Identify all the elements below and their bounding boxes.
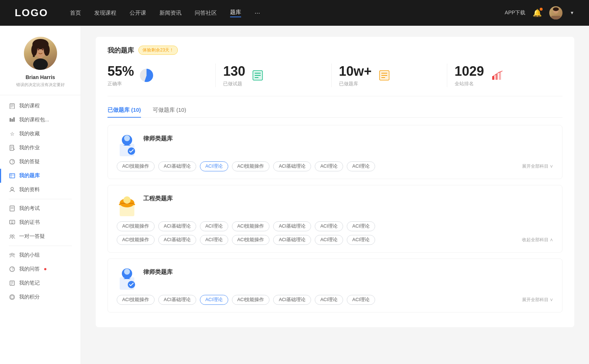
tag-2-3[interactable]: ACI理论 (200, 221, 228, 231)
tag-2-r2-4[interactable]: ACI技能操作 (232, 235, 270, 245)
svg-rect-25 (10, 174, 15, 178)
svg-rect-61 (499, 72, 501, 80)
navbar-right: APP下载 🔔 ▼ (505, 6, 574, 19)
tag-2-r2-2[interactable]: ACI基础理论 (158, 235, 196, 245)
avatar-chevron-icon[interactable]: ▼ (570, 10, 574, 15)
svg-point-28 (11, 188, 14, 190)
sidebar-item-my-favorites[interactable]: ☆ 我的收藏 (0, 127, 81, 141)
notification-dot (540, 8, 543, 11)
tag-3-7[interactable]: ACI理论 (347, 295, 375, 305)
svg-rect-1 (551, 16, 561, 19)
tag-2-r2-1[interactable]: ACI技能操作 (117, 235, 155, 245)
tabs: 已做题库 (10) 可做题库 (10) (107, 107, 562, 118)
tag-3-4[interactable]: ACI技能操作 (232, 295, 270, 305)
tag-1-5[interactable]: ACI基础理论 (273, 161, 311, 171)
sidebar-divider-2 (9, 246, 72, 246)
sidebar-item-label: 我的笔记 (19, 280, 40, 286)
nav-news[interactable]: 新闻资讯 (159, 10, 181, 17)
tag-2-5[interactable]: ACI基础理论 (273, 221, 311, 231)
tag-3-3[interactable]: ACI理论 (200, 295, 228, 305)
sidebar-item-my-notes[interactable]: 我的笔记 (0, 276, 81, 290)
sidebar-item-my-group[interactable]: 我的小组 (0, 248, 81, 262)
exams-icon (9, 205, 15, 212)
sidebar-item-my-profile[interactable]: 我的资料 (0, 183, 81, 197)
tag-3-1[interactable]: ACI技能操作 (117, 295, 155, 305)
tag-2-r2-6[interactable]: ACI理论 (315, 235, 343, 245)
svg-point-9 (33, 58, 48, 70)
stat-accuracy-label: 正确率 (107, 81, 134, 87)
qbank-name-1: 律师类题库 (143, 133, 173, 142)
nav-opencourse[interactable]: 公开课 (130, 10, 146, 17)
svg-point-38 (11, 253, 13, 255)
qbank-name-2: 工程类题库 (143, 193, 173, 201)
sidebar-item-my-homework[interactable]: 我的作业 (0, 141, 81, 155)
collapse-link-2[interactable]: 收起全部科目 ∧ (522, 237, 553, 243)
sidebar-item-my-exams[interactable]: 我的考试 (0, 201, 81, 215)
tag-1-7[interactable]: ACI理论 (347, 161, 375, 171)
sidebar-item-one-on-one[interactable]: 一对一答疑 (0, 229, 81, 243)
certificate-icon (9, 219, 15, 226)
svg-point-39 (10, 254, 11, 255)
expand-link-3[interactable]: 展开全部科目 ∨ (522, 297, 553, 303)
tab-available-banks[interactable]: 可做题库 (10) (153, 107, 186, 117)
sidebar-item-my-courses[interactable]: 我的课程 (0, 99, 81, 113)
svg-point-37 (13, 235, 14, 237)
stat-ranking-label: 全站排名 (455, 81, 484, 87)
app-download-link[interactable]: APP下载 (505, 10, 525, 16)
sidebar: Brian Harris 错误的决定比没有决定要好 我的课程 我的课程包... … (0, 26, 81, 364)
qbank-list: 律师类题库 ACI技能操作 ACI基础理论 ACI理论 ACI技能操作 ACI基… (107, 125, 562, 318)
sidebar-item-my-answers[interactable]: ? 我的问答 (0, 262, 81, 276)
svg-point-40 (13, 254, 15, 255)
sidebar-menu: 我的课程 我的课程包... ☆ 我的收藏 我的作业 ? (0, 95, 81, 308)
sidebar-item-my-packages[interactable]: 我的课程包... (0, 113, 81, 127)
expand-link-1[interactable]: 展开全部科目 ∨ (522, 163, 553, 169)
qbank-tags-3: ACI技能操作 ACI基础理论 ACI理论 ACI技能操作 ACI基础理论 AC… (117, 295, 522, 305)
qbank-tags-2-row1: ACI技能操作 ACI基础理论 ACI理论 ACI技能操作 ACI基础理论 AC… (117, 221, 553, 231)
logo[interactable]: LOGO (15, 7, 48, 19)
sidebar-item-label: 我的答疑 (19, 158, 40, 165)
svg-rect-12 (10, 104, 14, 109)
sidebar-item-label: 我的课程 (19, 103, 40, 109)
nav-qa[interactable]: 问答社区 (195, 10, 217, 17)
svg-point-64 (124, 135, 130, 141)
nav-more[interactable]: ··· (254, 9, 260, 17)
qbank-tags-2-row2: ACI技能操作 ACI基础理论 ACI理论 ACI技能操作 ACI基础理论 AC… (117, 235, 522, 245)
stat-done-questions-label: 已做试题 (223, 81, 245, 87)
notification-bell[interactable]: 🔔 (533, 8, 542, 17)
nav-discover[interactable]: 发现课程 (94, 10, 116, 17)
nav-home[interactable]: 首页 (70, 10, 81, 17)
qbank-item-lawyer-1: 律师类题库 ACI技能操作 ACI基础理论 ACI理论 ACI技能操作 ACI基… (107, 125, 562, 179)
nav-qbank[interactable]: 题库 (230, 9, 241, 17)
tab-done-banks[interactable]: 已做题库 (10) (107, 107, 141, 117)
svg-point-47 (10, 295, 15, 300)
tag-2-7[interactable]: ACI理论 (347, 221, 375, 231)
avatar[interactable] (549, 6, 562, 19)
tag-2-2[interactable]: ACI基础理论 (158, 221, 196, 231)
sidebar-item-label: 一对一答疑 (19, 233, 45, 240)
tag-2-r2-5[interactable]: ACI基础理论 (273, 235, 311, 245)
sidebar-profile: Brian Harris 错误的决定比没有决定要好 (0, 37, 81, 95)
tag-1-2[interactable]: ACI基础理论 (158, 161, 196, 171)
avatar-placeholder (549, 6, 562, 19)
tag-1-6[interactable]: ACI理论 (315, 161, 343, 171)
sidebar-username: Brian Harris (7, 74, 73, 80)
tag-2-r2-7[interactable]: ACI理论 (347, 235, 375, 245)
tag-1-1[interactable]: ACI技能操作 (117, 161, 155, 171)
tag-2-4[interactable]: ACI技能操作 (232, 221, 270, 231)
engineer-icon (117, 193, 137, 216)
sidebar-item-my-questions[interactable]: ? 我的答疑 (0, 155, 81, 169)
tag-1-3[interactable]: ACI理论 (200, 161, 228, 171)
banks-list-icon (377, 68, 392, 83)
tag-2-r2-3[interactable]: ACI理论 (200, 235, 228, 245)
sidebar-divider-1 (9, 199, 72, 199)
tag-3-6[interactable]: ACI理论 (315, 295, 343, 305)
tag-2-1[interactable]: ACI技能操作 (117, 221, 155, 231)
tag-3-5[interactable]: ACI基础理论 (273, 295, 311, 305)
sidebar-item-my-qbank[interactable]: 我的题库 (0, 169, 81, 183)
sidebar-item-my-points[interactable]: 我的积分 (0, 290, 81, 304)
qbank-tags-expand-3: ACI技能操作 ACI基础理论 ACI理论 ACI技能操作 ACI基础理论 AC… (117, 295, 553, 305)
tag-3-2[interactable]: ACI基础理论 (158, 295, 196, 305)
tag-1-4[interactable]: ACI技能操作 (232, 161, 270, 171)
sidebar-item-my-certificate[interactable]: 我的证书 (0, 215, 81, 229)
tag-2-6[interactable]: ACI理论 (315, 221, 343, 231)
